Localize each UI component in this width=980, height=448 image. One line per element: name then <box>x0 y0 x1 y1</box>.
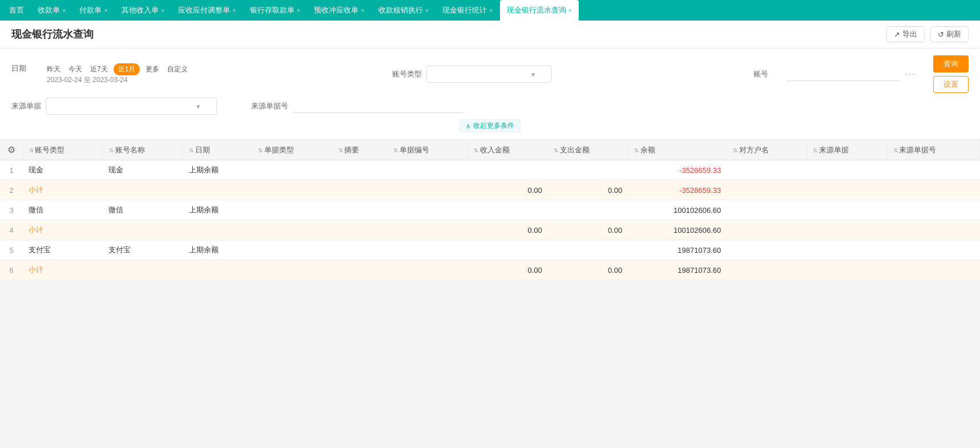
cell-source_doc_no <box>887 160 979 180</box>
cell-doc_type <box>252 200 332 220</box>
date-shortcut-yesterday[interactable]: 昨天 <box>45 63 63 75</box>
cell-balance: 100102606.60 <box>628 220 727 240</box>
cell-expense: 0.00 <box>548 180 628 200</box>
nav-bank[interactable]: 银行存取款单 × <box>243 0 307 21</box>
refresh-icon: ↺ <box>938 30 944 39</box>
col-header-expense[interactable]: ⇅ 支出金额 <box>548 140 628 160</box>
filter-row-2: 来源单据 ▾ 来源单据号 <box>11 98 969 115</box>
nav-receipt-close[interactable]: × <box>62 0 66 21</box>
collapse-bar: ∧ 收起更多条件 <box>11 119 969 132</box>
cell-account_type: 小计 <box>23 180 103 200</box>
cell-income <box>467 200 547 220</box>
cell-account_type: 现金 <box>23 160 103 180</box>
data-table: ⚙ ⇅ 账号类型 ⇅ 账号名称 ⇅ 日期 ⇅ 单据类型 ⇅ 摘要 <box>0 140 980 280</box>
table-row: 5支付宝支付宝上期余额19871073.60 <box>0 240 980 260</box>
col-header-income[interactable]: ⇅ 收入金额 <box>467 140 547 160</box>
gear-icon[interactable]: ⚙ <box>7 145 15 155</box>
cell-account_type: 支付宝 <box>23 240 103 260</box>
cell-summary <box>332 200 388 220</box>
cell-doc_no <box>388 160 467 180</box>
cell-summary <box>332 220 388 240</box>
refresh-button[interactable]: ↺ 刷新 <box>930 26 969 42</box>
account-type-select[interactable]: ▾ <box>426 66 552 83</box>
collapse-label: 收起更多条件 <box>473 121 514 131</box>
sort-icon: ⇅ <box>29 147 35 154</box>
nav-cashflow-close[interactable]: × <box>568 0 572 21</box>
date-shortcut-more[interactable]: 更多 <box>143 63 162 75</box>
cell-counterparty <box>727 180 806 200</box>
account-input[interactable] <box>787 67 901 81</box>
nav-bank-close[interactable]: × <box>297 0 300 21</box>
cell-date <box>183 220 252 240</box>
cell-balance: 19871073.60 <box>628 240 727 260</box>
col-header-balance[interactable]: ⇅ 余额 <box>628 140 727 160</box>
col-header-doc-type[interactable]: ⇅ 单据类型 <box>252 140 332 160</box>
cell-expense <box>548 200 628 220</box>
date-shortcut-7days[interactable]: 近7天 <box>88 63 110 75</box>
table-row: 2小计0.000.00-3528659.33 <box>0 180 980 200</box>
nav-stats-label: 现金银行统计 <box>442 0 487 21</box>
cell-source_doc <box>807 220 887 240</box>
page-title: 现金银行流水查询 <box>11 27 94 41</box>
nav-other-income[interactable]: 其他收入单 × <box>115 0 171 21</box>
account-dots[interactable]: ··· <box>905 69 916 79</box>
nav-stats-close[interactable]: × <box>489 0 493 21</box>
col-header-counterparty[interactable]: ⇅ 对方户名 <box>727 140 806 160</box>
nav-adjust-close[interactable]: × <box>232 0 236 21</box>
cell-date <box>183 260 252 280</box>
col-header-account-type[interactable]: ⇅ 账号类型 <box>23 140 103 160</box>
col-header-date[interactable]: ⇅ 日期 <box>183 140 252 160</box>
col-header-source-doc[interactable]: ⇅ 来源单据 <box>807 140 887 160</box>
nav-prepay[interactable]: 预收冲应收单 × <box>307 0 371 21</box>
col-header-summary[interactable]: ⇅ 摘要 <box>332 140 388 160</box>
export-label: 导出 <box>902 29 917 39</box>
collapse-button[interactable]: ∧ 收起更多条件 <box>459 119 521 132</box>
cell-date: 上期余额 <box>183 160 252 180</box>
cell-account_type: 小计 <box>23 260 103 280</box>
cell-account_type: 小计 <box>23 220 103 240</box>
cell-doc_no <box>388 220 467 240</box>
nav-payment-close[interactable]: × <box>104 0 107 21</box>
nav-payment[interactable]: 付款单 × <box>72 0 114 21</box>
sort-icon-11: ⇅ <box>813 147 819 154</box>
cell-source_doc <box>807 200 887 220</box>
source-doc-select[interactable]: ▾ <box>46 98 217 115</box>
col-header-settings[interactable]: ⚙ <box>0 140 23 160</box>
account-type-chevron: ▾ <box>531 70 535 79</box>
source-doc-num-input[interactable] <box>293 99 464 113</box>
sort-icon-3: ⇅ <box>189 147 195 154</box>
nav-stats[interactable]: 现金银行统计 × <box>435 0 499 21</box>
nav-verify[interactable]: 收款核销执行 × <box>372 0 435 21</box>
cell-seq: 2 <box>0 180 23 200</box>
refresh-label: 刷新 <box>946 29 961 39</box>
nav-prepay-close[interactable]: × <box>361 0 364 21</box>
date-shortcut-today[interactable]: 今天 <box>66 63 84 75</box>
export-button[interactable]: ↗ 导出 <box>886 26 925 42</box>
col-header-account-name[interactable]: ⇅ 账号名称 <box>103 140 183 160</box>
source-doc-num-label: 来源单据号 <box>251 101 288 111</box>
table-row: 6小计0.000.0019871073.60 <box>0 260 980 280</box>
nav-other-income-close[interactable]: × <box>161 0 164 21</box>
sort-icon-5: ⇅ <box>338 147 345 154</box>
query-button[interactable]: 查询 <box>933 55 969 72</box>
cell-seq: 4 <box>0 220 23 240</box>
nav-cashflow[interactable]: 现金银行流水查询 × <box>500 0 579 21</box>
nav-home[interactable]: 首页 <box>2 0 31 21</box>
nav-receipt[interactable]: 收款单 × <box>31 0 72 21</box>
source-doc-chevron: ▾ <box>196 102 200 111</box>
date-shortcut-custom[interactable]: 自定义 <box>165 63 190 75</box>
cell-source_doc <box>807 180 887 200</box>
nav-verify-close[interactable]: × <box>425 0 429 21</box>
date-shortcut-1month[interactable]: 近1月 <box>114 63 140 75</box>
cell-account_name <box>103 220 183 240</box>
col-header-source-doc-no[interactable]: ⇅ 来源单据号 <box>887 140 979 160</box>
table-row: 4小计0.000.00100102606.60 <box>0 220 980 240</box>
settings-button[interactable]: 设置 <box>933 76 969 93</box>
col-header-doc-no[interactable]: ⇅ 单据编号 <box>388 140 467 160</box>
nav-home-label: 首页 <box>9 0 24 21</box>
nav-cashflow-label: 现金银行流水查询 <box>507 0 566 21</box>
sort-icon-9: ⇅ <box>634 147 640 154</box>
cell-counterparty <box>727 260 806 280</box>
cell-source_doc_no <box>887 260 979 280</box>
nav-adjust[interactable]: 应收应付调整单 × <box>171 0 243 21</box>
